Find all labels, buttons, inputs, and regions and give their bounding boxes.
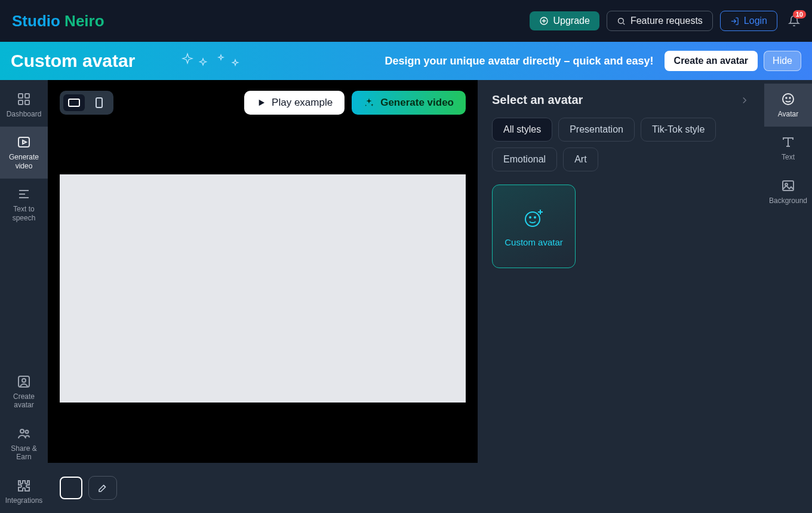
sidebar-item-dashboard[interactable]: Dashboard	[0, 84, 48, 127]
sidebar-item-share-earn[interactable]: Share & Earn	[0, 418, 48, 470]
banner-title: Custom avatar	[11, 51, 135, 71]
create-avatar-label: Create an avatar	[674, 56, 749, 66]
avatar-panel-header: Select an avatar	[492, 93, 750, 107]
upgrade-icon	[539, 16, 549, 26]
play-icon	[256, 98, 266, 107]
panel-collapse-button[interactable]	[739, 95, 750, 106]
text-box-icon	[781, 135, 795, 149]
svg-rect-11	[69, 99, 79, 106]
sidebar-item-integrations[interactable]: Integrations	[0, 470, 48, 513]
svg-point-1	[618, 18, 623, 23]
video-canvas[interactable]	[60, 174, 466, 403]
rightnav-item-avatar[interactable]: Avatar	[764, 84, 812, 127]
app-logo: Studio Neiro	[12, 12, 104, 30]
scene-edit-button[interactable]	[88, 476, 117, 500]
upgrade-label: Upgrade	[553, 16, 590, 26]
svg-point-16	[783, 94, 793, 105]
create-avatar-button[interactable]: Create an avatar	[665, 51, 758, 71]
chip-label: Art	[574, 154, 586, 164]
chip-all-styles[interactable]: All styles	[492, 118, 552, 142]
login-button[interactable]: Login	[720, 11, 777, 31]
users-icon	[17, 426, 31, 441]
feature-requests-button[interactable]: Feature requests	[607, 11, 713, 31]
avatar-panel-title: Select an avatar	[492, 93, 583, 107]
svg-point-8	[22, 379, 26, 382]
rightnav-item-background[interactable]: Background	[764, 170, 812, 213]
sparkle-icon	[179, 51, 245, 70]
chip-emotional[interactable]: Emotional	[492, 148, 557, 171]
puzzle-icon	[17, 478, 31, 493]
rightnav-label: Background	[769, 196, 807, 205]
chip-label: Emotional	[503, 154, 546, 164]
landscape-icon	[68, 99, 80, 107]
topbar: Studio Neiro Upgrade Feature requests Lo…	[0, 0, 812, 42]
text-align-icon	[17, 187, 31, 201]
right-sidebar: Avatar Text Background	[764, 80, 812, 513]
aspect-ratio-toggle	[60, 91, 113, 115]
svg-point-18	[789, 97, 791, 99]
canvas-toolbar: Play example Generate video	[48, 80, 478, 125]
sidebar-label: Text to speech	[2, 205, 45, 222]
rightnav-item-text[interactable]: Text	[764, 127, 812, 170]
custom-avatar-card[interactable]: Custom avatar	[492, 185, 576, 268]
sparkle-icon	[364, 97, 374, 108]
svg-point-14	[530, 217, 531, 218]
promo-banner: Custom avatar Design your unique avatar …	[0, 42, 812, 80]
generate-video-button[interactable]: Generate video	[352, 91, 466, 115]
play-example-button[interactable]: Play example	[244, 91, 345, 115]
avatar-grid: Custom avatar	[492, 185, 750, 268]
avatar-filter-chips: All styles Presentation Tik-Tok style Em…	[492, 118, 750, 171]
chevron-right-icon	[739, 95, 750, 106]
svg-rect-4	[19, 100, 23, 105]
svg-rect-6	[19, 137, 29, 147]
rightnav-label: Avatar	[778, 110, 798, 118]
chip-label: Tik-Tok style	[652, 124, 705, 134]
chip-presentation[interactable]: Presentation	[558, 118, 635, 142]
svg-rect-2	[19, 94, 23, 98]
sidebar-label: Share & Earn	[2, 444, 45, 462]
chip-label: All styles	[503, 124, 541, 134]
scene-thumb-1[interactable]	[60, 477, 82, 499]
image-icon	[781, 179, 795, 193]
user-square-icon	[17, 374, 31, 389]
avatar-panel: Select an avatar All styles Presentation…	[478, 80, 764, 513]
hide-banner-button[interactable]: Hide	[764, 51, 801, 71]
chip-art[interactable]: Art	[563, 148, 598, 171]
generate-video-label: Generate video	[380, 97, 454, 109]
svg-point-9	[20, 429, 24, 433]
svg-point-10	[26, 430, 29, 433]
rightnav-label: Text	[782, 153, 795, 161]
login-label: Login	[744, 16, 767, 26]
upgrade-button[interactable]: Upgrade	[530, 11, 599, 30]
sidebar-label: Dashboard	[7, 110, 42, 118]
feature-requests-label: Feature requests	[630, 16, 703, 26]
svg-point-17	[786, 97, 787, 99]
smile-plus-icon	[522, 206, 546, 230]
custom-avatar-label: Custom avatar	[505, 237, 563, 247]
aspect-landscape[interactable]	[63, 94, 85, 111]
play-square-icon	[17, 135, 31, 149]
svg-rect-12	[96, 98, 102, 107]
sidebar-label: Generate video	[2, 153, 45, 170]
canvas-stage	[48, 125, 478, 463]
sidebar-item-text-to-speech[interactable]: Text to speech	[0, 179, 48, 231]
portrait-icon	[96, 97, 103, 108]
play-example-label: Play example	[272, 97, 333, 109]
svg-rect-19	[783, 181, 793, 191]
svg-point-15	[534, 217, 536, 218]
notifications-button[interactable]: 10	[788, 15, 800, 27]
logo-word-2: Neiro	[64, 12, 104, 30]
login-icon	[730, 17, 739, 26]
svg-rect-5	[25, 100, 29, 105]
aspect-portrait[interactable]	[88, 94, 110, 111]
chip-tiktok-style[interactable]: Tik-Tok style	[641, 118, 716, 142]
sidebar-item-create-avatar[interactable]: Create avatar	[0, 366, 48, 418]
sidebar-item-generate-video[interactable]: Generate video	[0, 127, 48, 179]
logo-word-1: Studio	[12, 12, 60, 30]
chip-label: Presentation	[570, 124, 623, 134]
smile-icon	[781, 92, 795, 106]
sidebar-label: Integrations	[5, 496, 43, 505]
sidebar-label: Create avatar	[2, 392, 45, 410]
svg-point-13	[525, 212, 540, 226]
banner-subtitle: Design your unique avatar directly – qui…	[385, 55, 653, 67]
